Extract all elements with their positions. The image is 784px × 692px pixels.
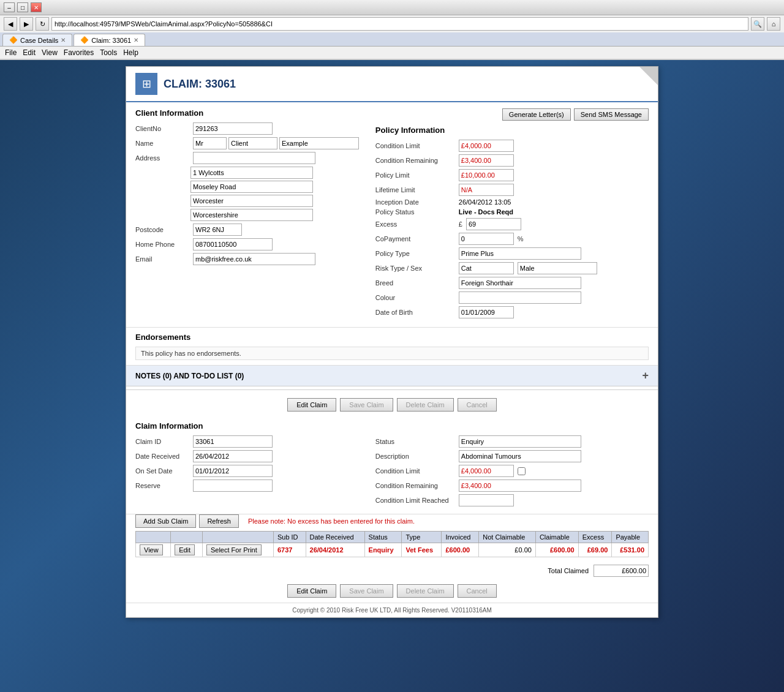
- description-label: Description: [375, 453, 455, 460]
- refresh-nav-btn[interactable]: ↻: [36, 17, 49, 31]
- on-set-date-input[interactable]: [193, 465, 273, 477]
- sex-input[interactable]: [518, 262, 597, 274]
- save-claim-btn-bottom[interactable]: Save Claim: [340, 584, 393, 598]
- name-first-input[interactable]: [228, 137, 277, 149]
- save-claim-btn-top[interactable]: Save Claim: [340, 398, 393, 412]
- maximize-btn[interactable]: □: [17, 2, 28, 12]
- total-claimed-input[interactable]: [594, 565, 649, 577]
- forward-btn[interactable]: ▶: [20, 17, 33, 31]
- sections-row: Client Information ClientNo Name Address: [126, 102, 658, 328]
- search-nav-btn[interactable]: 🔍: [751, 17, 764, 31]
- table-row: View Edit Select For Print 6737 26/04/20…: [136, 543, 649, 557]
- address-line2-input[interactable]: [190, 167, 313, 179]
- name-title-input[interactable]: [193, 137, 227, 149]
- delete-claim-btn-top[interactable]: Delete Claim: [397, 398, 454, 412]
- menu-file[interactable]: File: [5, 48, 17, 57]
- date-received-input[interactable]: [193, 450, 273, 462]
- lifetime-limit-input[interactable]: [459, 184, 514, 196]
- status-row: Status: [375, 435, 649, 448]
- reserve-row: Reserve: [135, 480, 363, 492]
- col-payable: Payable: [612, 532, 649, 543]
- tab-claim-33061[interactable]: 🔶 Claim: 33061 ✕: [74, 34, 145, 46]
- breed-input[interactable]: [459, 277, 581, 289]
- send-sms-btn[interactable]: Send SMS Message: [574, 108, 649, 121]
- condition-limit-reached-input[interactable]: [459, 494, 514, 506]
- notes-expand-icon[interactable]: +: [642, 369, 649, 382]
- edit-claim-btn-bottom[interactable]: Edit Claim: [287, 584, 336, 598]
- policy-type-row: Policy Type: [375, 247, 649, 260]
- colour-input[interactable]: [459, 291, 581, 304]
- address-line5-input[interactable]: [190, 209, 313, 221]
- claim-condition-limit-label: Condition Limit: [375, 467, 455, 475]
- view-btn[interactable]: View: [140, 544, 163, 555]
- postcode-input[interactable]: [193, 224, 242, 236]
- inception-date-label: Inception Date: [375, 198, 455, 206]
- tab-claim-close[interactable]: ✕: [134, 37, 138, 43]
- copayment-row: CoPayment %: [375, 233, 649, 245]
- status-input[interactable]: [459, 435, 581, 448]
- home-phone-row: Home Phone: [135, 238, 363, 250]
- excess-input[interactable]: [466, 218, 521, 230]
- address-line1-input[interactable]: [193, 152, 315, 164]
- notes-section[interactable]: NOTES (0) AND TO-DO LIST (0) +: [126, 366, 658, 386]
- dob-input[interactable]: [459, 306, 514, 318]
- panel-footer: Copyright © 2010 Risk Free UK LTD, All R…: [126, 603, 658, 617]
- sub-claims-section: Add Sub Claim Refresh Please note: No ex…: [126, 514, 658, 562]
- claim-condition-remaining-row: Condition Remaining: [375, 480, 649, 492]
- address-input[interactable]: http://localhost:49579/MPSWeb/ClaimAnima…: [51, 17, 748, 31]
- minimize-btn[interactable]: –: [4, 2, 15, 12]
- tab-case-details-icon: 🔶: [9, 36, 18, 44]
- add-sub-claim-btn[interactable]: Add Sub Claim: [135, 514, 196, 528]
- risk-type-input[interactable]: [459, 262, 514, 274]
- menu-favorites[interactable]: Favorites: [64, 48, 94, 57]
- policy-status-value: Live - Docs Reqd: [459, 208, 513, 216]
- cancel-btn-bottom[interactable]: Cancel: [458, 584, 497, 598]
- claim-condition-remaining-label: Condition Remaining: [375, 482, 455, 489]
- reserve-input[interactable]: [193, 480, 273, 492]
- policy-limit-label: Policy Limit: [375, 171, 455, 179]
- address-line4-input[interactable]: [190, 195, 313, 207]
- condition-remaining-input[interactable]: [459, 154, 514, 167]
- claim-id-input[interactable]: [193, 435, 273, 448]
- email-input[interactable]: [193, 253, 315, 265]
- condition-remaining-label: Condition Remaining: [375, 157, 455, 164]
- edit-row-btn[interactable]: Edit: [175, 544, 195, 555]
- sub-id-cell: 6737: [273, 543, 306, 557]
- tab-case-details-close[interactable]: ✕: [61, 37, 66, 43]
- select-for-print-btn[interactable]: Select For Print: [206, 544, 262, 555]
- policy-limit-input[interactable]: [459, 169, 514, 181]
- refresh-btn[interactable]: Refresh: [199, 514, 239, 528]
- delete-claim-btn-bottom[interactable]: Delete Claim: [397, 584, 454, 598]
- copayment-input[interactable]: [459, 233, 514, 245]
- browser-tabs: 🔶 Case Details ✕ 🔶 Claim: 33061 ✕: [0, 32, 784, 47]
- home-phone-input[interactable]: [193, 238, 273, 250]
- breed-label: Breed: [375, 279, 455, 287]
- condition-limit-checkbox[interactable]: [518, 467, 526, 475]
- edit-claim-btn-top[interactable]: Edit Claim: [287, 398, 336, 412]
- risk-type-sex-label: Risk Type / Sex: [375, 265, 455, 272]
- menu-help[interactable]: Help: [123, 48, 138, 57]
- name-last-input[interactable]: [279, 137, 359, 149]
- tab-case-details[interactable]: 🔶 Case Details ✕: [2, 34, 72, 46]
- back-btn[interactable]: ◀: [4, 17, 17, 31]
- close-btn[interactable]: ✕: [31, 2, 42, 12]
- email-label: Email: [135, 255, 190, 263]
- client-no-label: ClientNo: [135, 125, 190, 132]
- generate-letters-btn[interactable]: Generate Letter(s): [502, 108, 571, 121]
- menu-edit[interactable]: Edit: [23, 48, 36, 57]
- menu-view[interactable]: View: [42, 48, 58, 57]
- claim-condition-remaining-input[interactable]: [459, 480, 581, 492]
- description-input[interactable]: [459, 450, 581, 462]
- client-no-input[interactable]: [193, 122, 273, 135]
- cancel-btn-top[interactable]: Cancel: [458, 398, 497, 412]
- home-nav-btn[interactable]: ⌂: [767, 17, 780, 31]
- policy-type-input[interactable]: [459, 247, 581, 260]
- address-line3-input[interactable]: [190, 181, 313, 193]
- menu-tools[interactable]: Tools: [100, 48, 117, 57]
- total-claimed-label: Total Claimed: [548, 567, 589, 574]
- col-view: [136, 532, 171, 543]
- claim-condition-limit-input[interactable]: [459, 465, 514, 477]
- excess-row: Excess £: [375, 218, 649, 230]
- section-divider: [126, 389, 658, 390]
- condition-limit-input[interactable]: [459, 140, 514, 152]
